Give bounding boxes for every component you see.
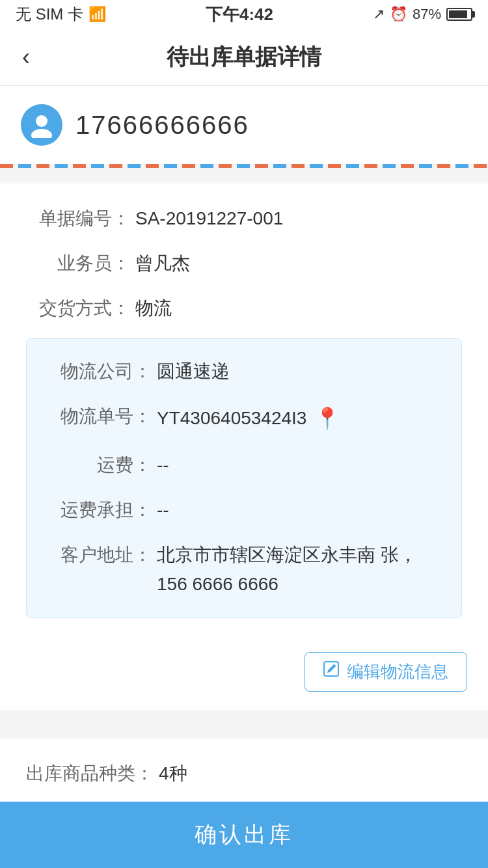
nav-bar: ‹ 待出库单据详情 xyxy=(0,29,488,86)
user-avatar-icon xyxy=(29,112,55,138)
main-info-section: 单据编号： SA-20191227-001 业务员： 曾凡杰 交货方式： 物流 … xyxy=(0,183,488,710)
delivery-label: 交货方式： xyxy=(26,294,130,323)
freight-value: -- xyxy=(157,451,441,480)
status-bar: 无 SIM 卡 📶 下午4:42 ↗ ⏰ 87% xyxy=(0,0,488,29)
salesman-row: 业务员： 曾凡杰 xyxy=(26,249,462,278)
wifi-icon: 📶 xyxy=(88,6,106,23)
goods-type-label: 出库商品种类： xyxy=(26,759,154,789)
salesman-label: 业务员： xyxy=(26,249,130,278)
delivery-row: 交货方式： 物流 xyxy=(26,294,462,323)
status-left: 无 SIM 卡 📶 xyxy=(16,4,106,25)
battery-icon xyxy=(446,8,472,21)
page-title: 待出库单据详情 xyxy=(167,42,321,72)
edit-icon xyxy=(323,661,340,683)
tracking-label: 物流单号： xyxy=(47,402,152,431)
freight-bear-label: 运费承担： xyxy=(47,496,152,525)
battery-fill xyxy=(449,10,467,18)
content: 17666666666 单据编号： SA-20191227-001 业务员： 曾… xyxy=(0,86,488,868)
confirm-btn-container: 确认出库 xyxy=(0,802,488,868)
company-label: 物流公司： xyxy=(47,357,152,387)
order-number-row: 单据编号： SA-20191227-001 xyxy=(26,204,462,234)
edit-logistics-label: 编辑物流信息 xyxy=(347,660,448,683)
map-location-icon[interactable]: 📍 xyxy=(314,402,340,435)
tracking-value: YT43064053424I3 📍 xyxy=(157,402,441,435)
confirm-outbound-button[interactable]: 确认出库 xyxy=(195,820,293,850)
svg-point-1 xyxy=(31,129,52,138)
freight-bear-value: -- xyxy=(157,496,441,525)
avatar xyxy=(21,104,62,146)
back-button[interactable]: ‹ xyxy=(16,37,36,77)
status-right: ↗ ⏰ 87% xyxy=(373,6,472,23)
tracking-row: 物流单号： YT43064053424I3 📍 xyxy=(47,402,441,435)
section-separator-1 xyxy=(0,710,488,723)
order-number-value: SA-20191227-001 xyxy=(135,204,462,234)
tracking-number-text: YT43064053424I3 xyxy=(157,404,306,433)
freight-row: 运费： -- xyxy=(47,451,441,480)
user-card: 17666666666 xyxy=(0,86,488,164)
address-label: 客户地址： xyxy=(47,541,152,570)
company-row: 物流公司： 圆通速递 xyxy=(47,357,441,387)
logistics-card: 物流公司： 圆通速递 物流单号： YT43064053424I3 📍 运费： -… xyxy=(26,338,462,617)
battery-percent: 87% xyxy=(413,6,441,23)
company-value: 圆通速递 xyxy=(157,357,441,387)
address-row: 客户地址： 北京市市辖区海淀区永丰南 张，156 6666 6666 xyxy=(47,541,441,599)
edit-logistics-button[interactable]: 编辑物流信息 xyxy=(305,652,467,692)
order-info: 单据编号： SA-20191227-001 业务员： 曾凡杰 交货方式： 物流 … xyxy=(0,183,488,639)
goods-type-row: 出库商品种类： 4种 xyxy=(26,759,462,789)
salesman-value: 曾凡杰 xyxy=(135,249,462,278)
freight-bear-row: 运费承担： -- xyxy=(47,496,441,525)
sim-status: 无 SIM 卡 xyxy=(16,4,83,25)
delivery-value: 物流 xyxy=(135,294,462,323)
freight-label: 运费： xyxy=(47,451,152,480)
dashed-divider xyxy=(0,164,488,168)
goods-type-value: 4种 xyxy=(159,759,462,789)
status-time: 下午4:42 xyxy=(206,3,273,26)
order-number-label: 单据编号： xyxy=(26,204,130,234)
alarm-icon: ⏰ xyxy=(390,6,407,23)
svg-point-0 xyxy=(36,115,47,127)
address-value: 北京市市辖区海淀区永丰南 张，156 6666 6666 xyxy=(157,541,441,599)
edit-btn-row: 编辑物流信息 xyxy=(0,639,488,710)
user-phone: 17666666666 xyxy=(75,111,249,140)
location-status-icon: ↗ xyxy=(373,6,385,23)
